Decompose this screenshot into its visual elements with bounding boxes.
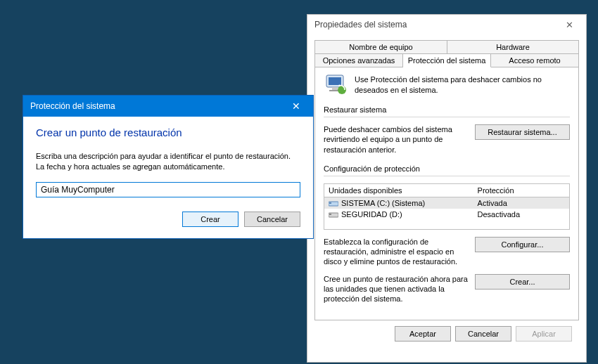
tab-remote-access[interactable]: Acceso remoto — [491, 54, 579, 67]
ok-button[interactable]: Aceptar — [395, 326, 451, 342]
col-drives: Unidades disponibles — [329, 186, 478, 195]
cancel-button[interactable]: Cancelar — [455, 326, 511, 342]
tabs: Nombre de equipo Hardware Opciones avanz… — [314, 40, 579, 67]
sysprop-bottom-buttons: Aceptar Cancelar Aplicar — [314, 320, 579, 342]
drive-icon — [329, 200, 338, 207]
tab-system-protection[interactable]: Protección del sistema — [403, 54, 491, 67]
tab-panel-protection: Use Protección del sistema para deshacer… — [314, 67, 579, 320]
svg-rect-1 — [329, 77, 341, 85]
cancel-button[interactable]: Cancelar — [244, 212, 300, 227]
tab-computer-name[interactable]: Nombre de equipo — [314, 40, 447, 54]
create-point-description: Cree un punto de restauración ahora para… — [324, 274, 468, 304]
drives-header: Unidades disponibles Protección — [324, 183, 570, 197]
configure-button[interactable]: Configurar... — [475, 237, 570, 252]
sysprop-title: Propiedades del sistema — [314, 20, 407, 30]
col-protection: Protección — [478, 186, 565, 195]
drives-list[interactable]: SISTEMA (C:) (Sistema) Activada SEGURIDA… — [324, 197, 570, 230]
section-restore-label: Restaurar sistema — [324, 105, 570, 114]
restore-point-description-input[interactable] — [36, 182, 300, 197]
prot-title: Protección del sistema — [30, 101, 115, 111]
restore-system-button[interactable]: Restaurar sistema... — [475, 124, 570, 140]
protection-intro-text: Use Protección del sistema para deshacer… — [355, 74, 570, 96]
section-config-label: Configuración de protección — [324, 164, 570, 173]
sysprop-body: Nombre de equipo Hardware Opciones avanz… — [307, 34, 586, 349]
configure-description: Establezca la configuración de restaurac… — [324, 237, 468, 267]
restore-description: Puede deshacer cambios del sistema revir… — [324, 124, 468, 155]
create-point-button[interactable]: Crear... — [475, 274, 570, 290]
svg-rect-8 — [329, 214, 331, 215]
apply-button[interactable]: Aplicar — [516, 326, 572, 342]
create-restore-point-dialog: Protección del sistema ✕ Crear un punto … — [23, 95, 314, 239]
drive-row[interactable]: SEGURIDAD (D:) Desactivada — [324, 209, 569, 220]
divider — [324, 176, 570, 176]
drive-protection: Activada — [478, 199, 565, 207]
prot-titlebar: Protección del sistema ✕ — [23, 96, 313, 117]
divider — [324, 117, 570, 117]
svg-rect-6 — [329, 202, 331, 204]
drive-protection: Desactivada — [478, 210, 565, 219]
close-icon[interactable]: ✕ — [284, 98, 309, 114]
system-properties-window: Propiedades del sistema ✕ Nombre de equi… — [307, 14, 587, 363]
system-protection-icon — [324, 74, 348, 96]
svg-rect-2 — [332, 87, 338, 90]
prot-body: Crear un punto de restauración Escriba u… — [23, 117, 313, 238]
close-icon[interactable]: ✕ — [559, 18, 580, 32]
prot-heading: Crear un punto de restauración — [36, 126, 300, 138]
tab-advanced[interactable]: Opciones avanzadas — [314, 54, 403, 67]
tab-hardware[interactable]: Hardware — [447, 40, 579, 54]
prot-description: Escriba una descripción para ayudar a id… — [36, 151, 300, 172]
create-button[interactable]: Crear — [182, 212, 238, 227]
drive-icon — [329, 211, 338, 218]
prot-buttons: Crear Cancelar — [36, 212, 300, 227]
drive-name: SISTEMA (C:) (Sistema) — [341, 199, 425, 207]
drive-name: SEGURIDAD (D:) — [341, 210, 402, 219]
sysprop-titlebar: Propiedades del sistema ✕ — [307, 15, 586, 34]
drive-row[interactable]: SISTEMA (C:) (Sistema) Activada — [324, 197, 569, 209]
protection-intro: Use Protección del sistema para deshacer… — [324, 74, 570, 96]
